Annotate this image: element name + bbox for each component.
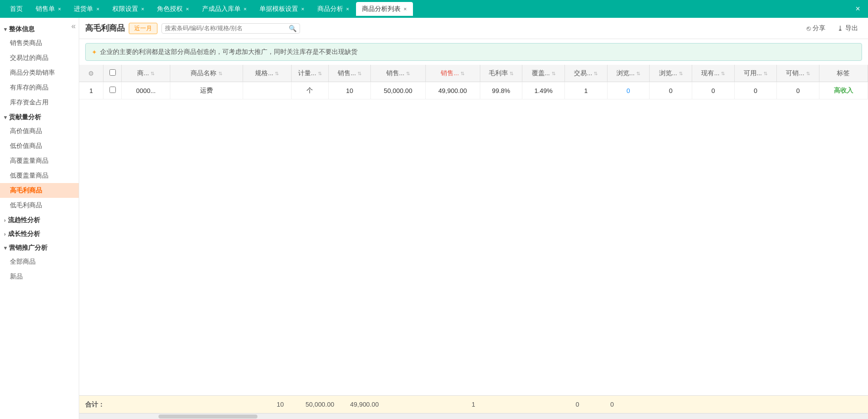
sidebar-item-high-value[interactable]: 高价值商品 [0,124,79,139]
sort-icon[interactable]: ⇅ [460,71,464,76]
cell-unit: 个 [291,82,328,99]
th-coverage[interactable]: 覆盖... ⇅ [522,65,565,82]
sort-icon[interactable]: ⇅ [510,71,513,76]
th-avail[interactable]: 可用... ⇅ [734,65,777,82]
chevron-right-icon: › [4,231,6,237]
table-container[interactable]: ⚙ 商... ⇅ 商品名称 ⇅ [79,65,868,395]
chevron-down-icon: ▾ [4,114,7,121]
sidebar-item-low-coverage[interactable]: 低覆盖量商品 [0,168,79,183]
scrollbar-thumb[interactable] [158,415,257,419]
th-spec[interactable]: 规格... ⇅ [243,65,291,82]
sidebar-item-stock-goods[interactable]: 有库存的商品 [0,80,79,95]
export-button[interactable]: ⤓ 导出 [833,22,862,35]
sidebar-item-low-value[interactable]: 低价值商品 [0,139,79,153]
sidebar-item-high-coverage[interactable]: 高覆盖量商品 [0,153,79,168]
th-unit[interactable]: 计量... ⇅ [291,65,328,82]
sidebar-group-marketing[interactable]: ▾ 营销推广分析 [0,240,79,254]
export-icon: ⤓ [837,24,843,32]
cell-sales-qty: 10 [328,82,371,99]
share-button[interactable]: ⎋ 分享 [803,22,829,35]
search-box: 🔍 [161,23,300,34]
cell-gross-margin: 99.8% [480,82,522,99]
th-settings[interactable]: ⚙ [79,65,103,82]
th-view2[interactable]: 浏览... ⇅ [650,65,692,82]
sidebar-item-sales-goods[interactable]: 销售类商品 [0,36,79,50]
sidebar-item-stock-funds[interactable]: 库存资金占用 [0,95,79,110]
sort-icon[interactable]: ⇅ [552,71,556,76]
th-sales-amt[interactable]: 销售... ⇅ [371,65,425,82]
sidebar-item-new-goods[interactable]: 新品 [0,269,79,284]
sidebar-group-contribution[interactable]: ▾ 贡献量分析 [0,110,79,124]
sort-icon[interactable]: ⇅ [806,71,810,76]
nav-tab-role[interactable]: 角色授权 × [151,2,195,16]
sort-icon[interactable]: ⇅ [318,71,322,76]
sidebar-group-growth[interactable]: › 成长性分析 [0,227,79,240]
th-name[interactable]: 商品名称 ⇅ [170,65,243,82]
sidebar-item-all-goods[interactable]: 全部商品 [0,254,79,269]
row-checkbox[interactable] [109,87,116,93]
close-icon[interactable]: × [346,6,349,12]
sort-icon[interactable]: ⇅ [764,71,767,76]
cell-check[interactable] [103,82,122,99]
nav-tab-inbound[interactable]: 产成品入库单 × [196,2,253,16]
nav-tab-purchase[interactable]: 进货单 × [68,2,105,16]
sidebar-group-trend[interactable]: › 流趋性分析 [0,213,79,227]
cell-view1[interactable]: 0 [607,82,650,99]
cell-code: 0000... [122,82,170,99]
nav-tab-analysis[interactable]: 商品分析 × [311,2,355,16]
th-gross-margin[interactable]: 毛利率 ⇅ [480,65,522,82]
filter-recent-month-button[interactable]: 近一月 [129,23,157,34]
info-banner: ✦ 企业的主要的利润都是这部分商品创造的，可考虑加大推广，同时关注库存是不要出现… [85,43,862,61]
th-view1[interactable]: 浏览... ⇅ [607,65,650,82]
th-code[interactable]: 商... ⇅ [122,65,170,82]
cell-avail: 0 [734,82,777,99]
search-input[interactable] [165,25,287,32]
view1-link[interactable]: 0 [626,87,630,94]
horizontal-scrollbar[interactable] [79,413,868,419]
th-checkbox[interactable] [103,65,122,82]
close-icon[interactable]: × [96,6,99,12]
sort-icon[interactable]: ⇅ [275,71,279,76]
th-trade[interactable]: 交易... ⇅ [564,65,607,82]
close-icon[interactable]: × [141,6,144,12]
close-icon[interactable]: × [404,6,407,12]
info-icon: ✦ [92,48,97,56]
th-sales-qty[interactable]: 销售... ⇅ [328,65,371,82]
nav-tab-template[interactable]: 单据模板设置 × [254,2,310,16]
table-row: 1 0000... 运费 个 10 50,000.00 49,900.00 99… [79,82,868,99]
window-close-button[interactable]: × [852,4,864,13]
close-icon[interactable]: × [244,6,247,12]
sort-icon[interactable]: ⇅ [636,71,640,76]
th-sellable[interactable]: 可销... ⇅ [777,65,819,82]
th-stock[interactable]: 现有... ⇅ [692,65,734,82]
sidebar-item-category-rate[interactable]: 商品分类助销率 [0,65,79,80]
sidebar-item-low-margin[interactable]: 低毛利商品 [0,198,79,213]
sort-icon[interactable]: ⇅ [721,71,725,76]
sidebar-item-traded-goods[interactable]: 交易过的商品 [0,50,79,65]
nav-tab-permission[interactable]: 权限设置 × [106,2,150,16]
sidebar-collapse-button[interactable]: « [71,22,76,31]
data-table: ⚙ 商... ⇅ 商品名称 ⇅ [79,65,868,99]
close-icon[interactable]: × [58,6,61,12]
nav-tab-sales[interactable]: 销售单 × [30,2,67,16]
sort-icon[interactable]: ⇅ [218,71,222,76]
content-area: 高毛利商品 近一月 🔍 ⎋ 分享 ⤓ 导出 ✦ 企业的主要的利润都是这部分商品创… [79,18,868,419]
close-icon[interactable]: × [301,6,304,12]
th-tag[interactable]: 标签 [819,65,868,82]
close-icon[interactable]: × [186,6,189,12]
nav-tab-home[interactable]: 首页 [4,2,29,16]
sort-icon[interactable]: ⇅ [594,71,598,76]
select-all-checkbox[interactable] [109,69,116,76]
cell-tag: 高收入 [819,82,868,99]
sort-icon[interactable]: ⇅ [406,71,410,76]
sidebar-item-high-margin[interactable]: 高毛利商品 [0,183,79,198]
th-sales-cost[interactable]: 销售... ⇅ [425,65,480,82]
sort-icon[interactable]: ⇅ [357,71,361,76]
search-icon[interactable]: 🔍 [289,25,297,32]
cell-stock: 0 [692,82,734,99]
nav-tab-analysis-list[interactable]: 商品分析列表 × [356,2,412,16]
sort-icon[interactable]: ⇅ [679,71,683,76]
sort-icon[interactable]: ⇅ [151,71,154,76]
sidebar-group-overall[interactable]: ▾ 整体信息 [0,22,79,36]
settings-icon[interactable]: ⚙ [88,70,94,77]
